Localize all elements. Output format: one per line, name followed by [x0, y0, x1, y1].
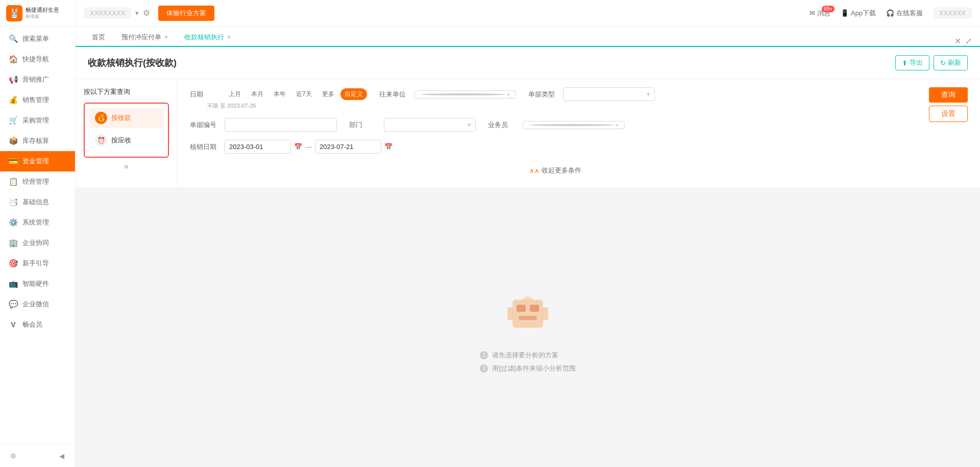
dept-dropdown-icon: ▾: [468, 121, 471, 129]
export-button[interactable]: ⬆ 导出: [895, 55, 929, 70]
filter-sidebar-collapse[interactable]: »: [84, 162, 169, 171]
verification-date-end[interactable]: [315, 140, 381, 154]
message-button[interactable]: ✉ 消息 99+: [810, 9, 830, 18]
calendar-end-icon[interactable]: 📅: [384, 143, 393, 151]
page-header: 收款核销执行(按收款) ⬆ 导出 ↻ 刷新: [76, 47, 980, 79]
sidebar-item-search[interactable]: 🔍 搜索菜单: [0, 29, 75, 49]
counterparty-input[interactable]: ···: [414, 90, 516, 99]
date-tab-this-year[interactable]: 本年: [270, 88, 290, 100]
sidebar-label-search: 搜索菜单: [22, 34, 49, 43]
sidebar-item-smart-hw[interactable]: 📺 智能硬件: [0, 274, 75, 294]
online-service-button[interactable]: 🎧 在线客服: [886, 9, 923, 18]
settings-button[interactable]: 设置: [929, 106, 968, 122]
sales-icon: 💰: [8, 95, 18, 105]
query-button[interactable]: 查询: [929, 87, 968, 103]
topbar-dropdown-arrow[interactable]: ▾: [135, 9, 139, 17]
filter-option-receivable-label: 按应收: [111, 136, 131, 145]
doc-no-input[interactable]: [225, 118, 337, 132]
doc-type-dropdown-icon: ▾: [647, 90, 650, 98]
tab-prepay[interactable]: 预付冲应付单 ×: [113, 29, 176, 47]
verification-date-start[interactable]: [225, 140, 291, 154]
collapse-sidebar-icon[interactable]: ◀: [55, 449, 69, 463]
filter-area: 按以下方案查询 💰 按收款 ⏰ 按应收 »: [76, 79, 980, 187]
logo-line2: 标准版: [26, 13, 59, 20]
corp-icon: 🏢: [8, 238, 18, 248]
tab-prepay-label: 预付冲应付单: [121, 33, 161, 42]
date-tab-last-month[interactable]: 上月: [225, 88, 245, 100]
sidebar-item-capital[interactable]: 💳 资金管理: [0, 151, 75, 171]
system-icon: ⚙️: [8, 217, 18, 228]
sidebar-label-corp-collab: 企业协同: [22, 238, 49, 248]
doc-no-field: 单据编号: [190, 118, 337, 132]
sidebar-label-quick-nav: 快捷导航: [22, 55, 49, 64]
dept-select[interactable]: ▾: [384, 118, 476, 132]
date-tab-more[interactable]: 更多: [318, 88, 338, 100]
sidebar-item-guide[interactable]: 🎯 新手引导: [0, 253, 75, 274]
sidebar-item-system[interactable]: ⚙️ 系统管理: [0, 212, 75, 233]
tab-prepay-close[interactable]: ×: [164, 34, 168, 41]
filter-option-by-receivable[interactable]: ⏰ 按应收: [89, 130, 164, 151]
sidebar-item-wechat[interactable]: 💬 企业微信: [0, 294, 75, 314]
sidebar-item-inventory[interactable]: 📦 库存核算: [0, 131, 75, 151]
marketing-icon: 📢: [8, 75, 18, 85]
employee-ellipsis-icon: ···: [616, 124, 618, 126]
date-label: 日期: [190, 90, 220, 99]
close-all-tabs-icon[interactable]: ✕: [954, 36, 961, 46]
message-badge: 99+: [822, 6, 835, 12]
tip-num-2: 2: [480, 364, 488, 373]
svg-rect-3: [519, 316, 537, 320]
solution-button[interactable]: 体验行业方案: [158, 6, 214, 21]
calendar-start-icon[interactable]: 📅: [294, 143, 302, 151]
tip-num-1: 1: [480, 351, 488, 359]
tab-collection[interactable]: 收款核销执行 ×: [176, 29, 239, 47]
topbar-right: ✉ 消息 99+ 📱 App下载 🎧 在线客服 XXXXXX: [810, 7, 972, 19]
counterparty-label: 往来单位: [379, 90, 410, 99]
app-icon: 📱: [841, 9, 849, 17]
filter-option-receipt-label: 按收款: [111, 113, 131, 122]
sidebar-item-basic-info[interactable]: 📑 基础信息: [0, 192, 75, 212]
export-label: 导出: [910, 58, 923, 67]
tab-home[interactable]: 首页: [84, 29, 113, 46]
expand-icon[interactable]: ⤢: [965, 36, 972, 46]
sidebar-menu: 🔍 搜索菜单 🏠 快捷导航 📢 营销推广 💰 销售管理 🛒 采购管理 📦 库存核…: [0, 27, 75, 444]
tab-bar: 首页 预付冲应付单 × 收款核销执行 × ✕ ⤢: [76, 27, 980, 47]
inventory-icon: 📦: [8, 136, 18, 146]
collapse-conditions-btn[interactable]: ∧∧ 收起更多条件: [190, 162, 921, 179]
svg-rect-4: [507, 307, 513, 320]
main-area: XXXXXXXX ▾ ⚙ 体验行业方案 ✉ 消息 99+ 📱 App下载 🎧 在…: [76, 0, 980, 467]
sidebar-item-corp-collab[interactable]: 🏢 企业协同: [0, 233, 75, 253]
employee-label: 业务员: [488, 120, 519, 130]
date-tab-7days[interactable]: 近7天: [292, 88, 316, 100]
dept-label: 部门: [349, 120, 380, 130]
svg-rect-2: [530, 305, 539, 312]
smart-hw-icon: 📺: [8, 279, 18, 289]
user-profile[interactable]: XXXXXX: [933, 7, 972, 19]
topbar-gear-icon[interactable]: ⚙: [143, 8, 150, 18]
doc-type-label: 单据类型: [528, 90, 559, 99]
filter-sidebar: 按以下方案查询 💰 按收款 ⏰ 按应收 »: [76, 79, 178, 187]
date-tab-this-month[interactable]: 本月: [247, 88, 267, 100]
settings-bottom-icon[interactable]: ⚙: [6, 449, 20, 463]
sidebar-item-vip[interactable]: V 畅会员: [0, 314, 75, 335]
date-field: 日期 上月 本月 本年 近7天 更多 自定义: [190, 88, 367, 100]
tab-collection-close[interactable]: ×: [227, 34, 231, 41]
sidebar-item-sales[interactable]: 💰 销售管理: [0, 90, 75, 110]
refresh-button[interactable]: ↻ 刷新: [934, 55, 968, 70]
filter-option-by-receipt[interactable]: 💰 按收款: [89, 108, 164, 128]
app-download-button[interactable]: 📱 App下载: [841, 9, 876, 18]
date-tab-custom[interactable]: 自定义: [340, 88, 367, 100]
date-tabs: 上月 本月 本年 近7天 更多 自定义: [225, 88, 367, 100]
capital-icon: 💳: [8, 156, 18, 166]
wechat-icon: 💬: [8, 299, 18, 309]
sidebar-item-marketing[interactable]: 📢 营销推广: [0, 69, 75, 90]
sidebar-item-operations[interactable]: 📋 经营管理: [0, 171, 75, 192]
date-sublabel: 不限 至 2023-07-26: [207, 102, 256, 110]
sidebar-label-smart-hw: 智能硬件: [22, 279, 49, 288]
sidebar-label-purchase: 采购管理: [22, 116, 49, 125]
doc-type-select[interactable]: ▾: [563, 87, 655, 101]
sidebar: 🐰 畅捷通好生意 标准版 🔍 搜索菜单 🏠 快捷导航 📢 营销推广 💰 销售管理…: [0, 0, 76, 467]
page-title: 收款核销执行(按收款): [88, 57, 177, 77]
sidebar-item-quick-nav[interactable]: 🏠 快捷导航: [0, 49, 75, 69]
sidebar-item-purchase[interactable]: 🛒 采购管理: [0, 110, 75, 131]
employee-input[interactable]: ···: [523, 121, 625, 129]
